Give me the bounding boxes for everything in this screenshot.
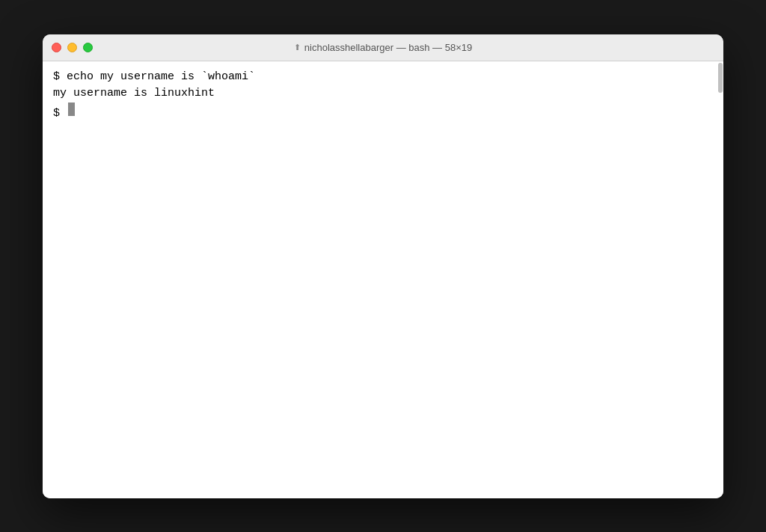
window-buttons xyxy=(52,43,93,52)
scrollbar-track[interactable] xyxy=(717,61,723,498)
window-title: nicholasshellabarger — bash — 58×19 xyxy=(304,42,472,53)
current-prompt-line: $ xyxy=(53,103,713,123)
current-prompt: $ xyxy=(53,106,67,123)
terminal-icon: ⬆ xyxy=(294,43,301,52)
command-text: echo my username is `whoami` xyxy=(67,69,255,86)
cursor xyxy=(68,103,75,116)
scrollbar-thumb[interactable] xyxy=(718,63,723,93)
minimize-button[interactable] xyxy=(67,43,77,52)
command-line: $ echo my username is `whoami` xyxy=(53,69,713,86)
close-button[interactable] xyxy=(52,43,61,52)
terminal-body[interactable]: $ echo my username is `whoami` my userna… xyxy=(43,61,723,498)
output-text: my username is linuxhint xyxy=(53,85,215,103)
terminal-window: ⬆ nicholasshellabarger — bash — 58×19 $ … xyxy=(43,34,723,498)
titlebar-text: ⬆ nicholasshellabarger — bash — 58×19 xyxy=(294,42,472,53)
titlebar: ⬆ nicholasshellabarger — bash — 58×19 xyxy=(43,34,723,61)
maximize-button[interactable] xyxy=(83,43,93,52)
prompt-symbol: $ xyxy=(53,69,67,86)
output-line: my username is linuxhint xyxy=(53,85,713,103)
